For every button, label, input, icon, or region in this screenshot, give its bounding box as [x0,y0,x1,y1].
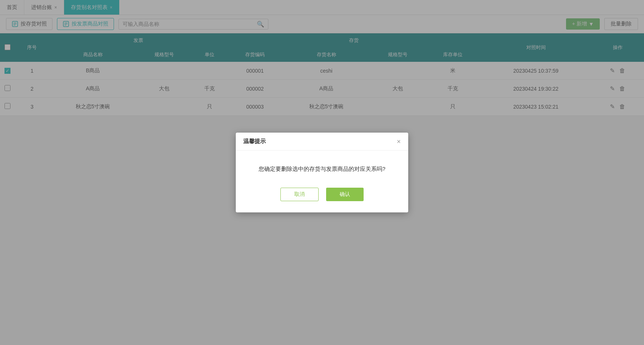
modal-overlay: 温馨提示 × 您确定要删除选中的存货与发票商品的对应关系吗? 取消 确认 [0,0,644,116]
